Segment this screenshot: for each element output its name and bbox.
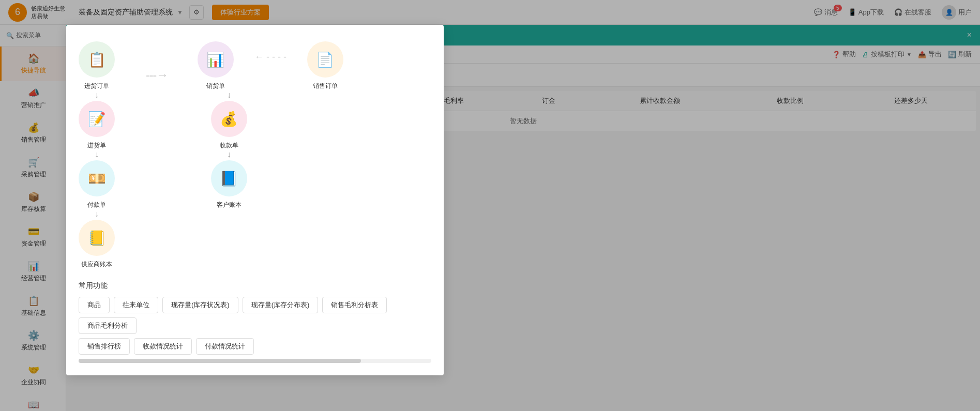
common-functions: 常用功能 商品 往来单位 现存量(库存状况表) 现存量(库存分布表) 销售毛利分… bbox=[79, 281, 431, 355]
supplier-ledger-label: 供应商账本 bbox=[81, 260, 112, 269]
func-btn-goods[interactable]: 商品 bbox=[79, 297, 110, 313]
receipt-node: 💰 收款单 bbox=[211, 101, 247, 150]
purchase-receipt-icon: 📝 bbox=[79, 101, 115, 137]
func-btn-sales-margin[interactable]: 销售毛利分析表 bbox=[322, 297, 387, 313]
purchase-receipt-node: 📝 进货单 bbox=[79, 101, 115, 150]
func-btn-stock-dist[interactable]: 现存量(库存分布表) bbox=[243, 297, 319, 313]
purchase-order-node: 📋 进货订单 bbox=[79, 41, 115, 90]
func-btn-receipt-stats[interactable]: 收款情况统计 bbox=[134, 338, 192, 355]
purchase-order-label: 进货订单 bbox=[84, 82, 109, 90]
supplier-ledger-node: 📒 供应商账本 bbox=[79, 220, 115, 269]
func-btn-goods-margin[interactable]: 商品毛利分析 bbox=[79, 317, 137, 334]
modal-scrollbar-track bbox=[79, 359, 431, 363]
supplier-ledger-icon: 📒 bbox=[79, 220, 115, 256]
func-btn-partner[interactable]: 往来单位 bbox=[114, 297, 158, 313]
purchase-receipt-label: 进货单 bbox=[87, 141, 106, 150]
func-btn-sales-rank[interactable]: 销售排行榜 bbox=[79, 338, 130, 355]
function-buttons: 商品 往来单位 现存量(库存状况表) 现存量(库存分布表) 销售毛利分析表 商品… bbox=[79, 297, 431, 334]
sales-order-node: 📄 销售订单 bbox=[307, 41, 343, 90]
arrow-down-4: ↓ bbox=[227, 90, 231, 101]
receipt-icon: 💰 bbox=[211, 101, 247, 137]
arrow-down-5: ↓ bbox=[227, 150, 231, 160]
payment-label: 付款单 bbox=[87, 201, 106, 209]
func-btn-stock-status[interactable]: 现存量(库存状况表) bbox=[162, 297, 238, 313]
func-btn-payment-stats[interactable]: 付款情况统计 bbox=[196, 338, 254, 355]
customer-ledger-node: 📘 客户账本 bbox=[211, 160, 247, 209]
receipt-label: 收款单 bbox=[220, 141, 238, 150]
purchase-order-icon: 📋 bbox=[79, 41, 115, 78]
workflow-modal: 📋 进货订单 ↓ 📝 进货单 ↓ 💴 付款单 ↓ 📒 供应商账本 - - - → bbox=[66, 25, 444, 375]
sales-order-icon: 📄 bbox=[307, 41, 343, 78]
sales-order-label: 销售订单 bbox=[313, 82, 338, 90]
payment-icon: 💴 bbox=[79, 160, 115, 196]
modal-scrollbar-thumb[interactable] bbox=[79, 359, 361, 363]
sales-receipt-icon: 📊 bbox=[198, 41, 234, 78]
function-buttons-row2: 销售排行榜 收款情况统计 付款情况统计 bbox=[79, 338, 431, 355]
payment-node: 💴 付款单 bbox=[79, 160, 115, 209]
sales-receipt-node: 📊 销货单 bbox=[198, 41, 234, 90]
customer-ledger-icon: 📘 bbox=[211, 160, 247, 196]
customer-ledger-label: 客户账本 bbox=[217, 201, 242, 209]
common-functions-title: 常用功能 bbox=[79, 281, 431, 291]
arrow-down-2: ↓ bbox=[95, 150, 99, 160]
arrow-down-1: ↓ bbox=[95, 90, 99, 101]
arrow-down-3: ↓ bbox=[95, 209, 99, 220]
sales-receipt-label: 销货单 bbox=[206, 82, 225, 90]
